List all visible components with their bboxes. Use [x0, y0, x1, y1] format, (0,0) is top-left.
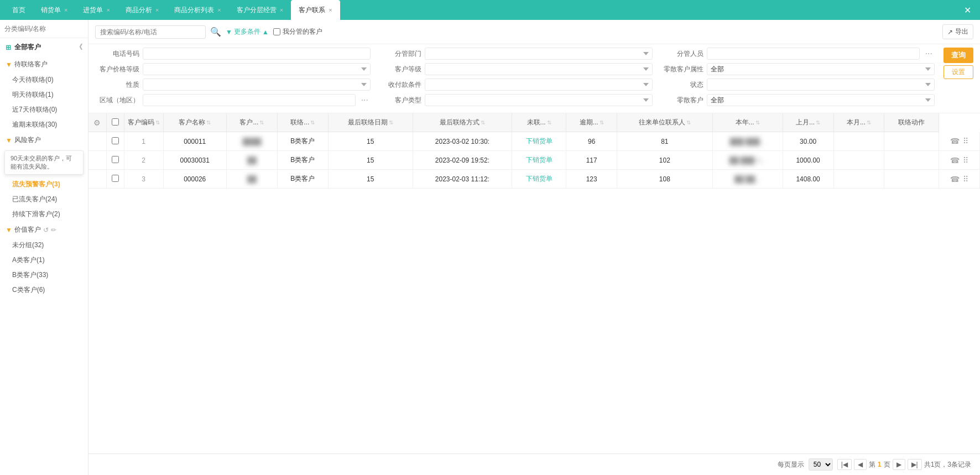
sidebar-item-class-a[interactable]: A类客户(1) [0, 253, 88, 268]
customer-type-select[interactable] [425, 94, 653, 106]
filter-icon: ▼ [226, 28, 232, 36]
action-more-icon[interactable]: ⠿ [963, 175, 968, 184]
my-customers-checkbox-label[interactable]: 我分管的客户 [273, 27, 322, 36]
tab-customer-tier[interactable]: 客户分层经营 × [229, 0, 291, 20]
sidebar-item-7days[interactable]: 近7天待联络(0) [0, 102, 88, 117]
payment-select[interactable] [425, 79, 653, 91]
sidebar-item-class-b[interactable]: B类客户(33) [0, 268, 88, 283]
tab-sales-close[interactable]: × [64, 7, 67, 13]
my-customers-checkbox[interactable] [273, 28, 280, 35]
sidebar-item-ungrouped[interactable]: 未分组(32) [0, 238, 88, 253]
sidebar-group-risk-title[interactable]: ▼ 风险客户 [0, 132, 88, 148]
export-icon: ↗ [947, 28, 953, 36]
sidebar-group-value-title[interactable]: ▼ 价值客户 ↺ ✏ [0, 222, 88, 238]
sidebar-all-customers[interactable]: ⊞ 全部客户 《 [0, 38, 88, 56]
per-page-select[interactable]: 50 [809, 458, 833, 471]
first-page-button[interactable]: |◀ [837, 459, 852, 470]
th-yearly[interactable]: 本年...⇅ [712, 113, 783, 132]
tab-customer-contact-close[interactable]: × [329, 7, 332, 13]
action-more-icon[interactable]: ⠿ [963, 137, 968, 145]
th-last-date[interactable]: 最后联络日期⇅ [328, 113, 413, 132]
query-button[interactable]: 查询 [943, 48, 973, 63]
edit-icon[interactable]: ✏ [51, 226, 56, 234]
phone-label: 电话号码 [95, 49, 139, 59]
settings-button[interactable]: 设置 [943, 65, 973, 79]
action-more-icon[interactable]: ⠿ [963, 156, 968, 165]
action-contact-icon[interactable]: ☎ [950, 175, 960, 184]
region-more-icon[interactable]: ··· [359, 95, 371, 105]
row-checkbox-2[interactable] [106, 170, 124, 189]
table-footer: 每页显示 50 |◀ ◀ 第 1 页 ▶ ▶| 共1页，3条记录 [88, 453, 980, 475]
tab-analysis-close[interactable]: × [155, 7, 159, 13]
status-select[interactable] [707, 79, 935, 91]
th-uncontacted[interactable]: 未联...⇅ [512, 113, 566, 132]
prev-page-button[interactable]: ◀ [854, 459, 867, 470]
tab-customer-tier-close[interactable]: × [280, 7, 283, 13]
price-level-select[interactable] [143, 63, 371, 75]
more-conditions-button[interactable]: ▼ 更多条件 ▲ [226, 27, 269, 36]
th-person[interactable]: 往来单位联系人⇅ [617, 113, 712, 132]
th-settings[interactable]: ⚙ [88, 113, 106, 132]
th-contact[interactable]: 联络...⇅ [277, 113, 328, 132]
region-input[interactable] [143, 94, 356, 106]
action-contact-icon[interactable]: ☎ [950, 137, 960, 145]
sidebar-item-today[interactable]: 今天待联络(0) [0, 72, 88, 87]
th-this-month[interactable]: 本月...⇅ [833, 113, 884, 132]
th-last-month[interactable]: 上月...⇅ [783, 113, 833, 132]
sidebar-group-risk: ▼ 风险客户 90天未交易的客户，可能有流失风险。 流失预警客户(3) 已流失客… [0, 132, 88, 222]
window-close-button[interactable]: ✕ [960, 5, 976, 15]
th-overdue[interactable]: 逾期...⇅ [566, 113, 617, 132]
phone-input[interactable] [143, 48, 371, 60]
row-code-2: 000026 [163, 170, 226, 189]
sidebar-item-churn-warn[interactable]: 流失预警客户(3) [0, 177, 88, 192]
row-checkbox-0[interactable] [106, 132, 124, 151]
th-checkbox[interactable] [106, 113, 124, 132]
refresh-icon[interactable]: ↺ [43, 226, 49, 234]
tab-purchase[interactable]: 进货单 × [75, 0, 117, 20]
table-settings-icon[interactable]: ⚙ [93, 118, 101, 127]
row-actions-2: ☎ ⠿ [939, 170, 979, 189]
tab-home[interactable]: 首页 [4, 0, 33, 20]
row-last-method-0[interactable]: 下销货单 [512, 132, 566, 151]
tab-sales[interactable]: 销货单 × [33, 0, 75, 20]
tab-analysis-list-close[interactable]: × [217, 7, 221, 13]
row-overdue-1: 102 [617, 151, 712, 170]
payment-label: 收付款条件 [377, 80, 421, 90]
row-last-method-2[interactable]: 下销货单 [512, 170, 566, 189]
sidebar-item-overdue[interactable]: 逾期未联络(30) [0, 117, 88, 132]
customer-level-select[interactable] [425, 63, 653, 75]
row-checkbox-1[interactable] [106, 151, 124, 170]
next-page-button[interactable]: ▶ [893, 459, 905, 470]
row-last-method-1[interactable]: 下销货单 [512, 151, 566, 170]
retail-attr-select[interactable]: 全部 [707, 63, 935, 75]
sidebar-group-pending-title[interactable]: ▼ 待联络客户 [0, 56, 88, 72]
row-settings-1 [88, 151, 106, 170]
th-last-method[interactable]: 最后联络方式⇅ [413, 113, 512, 132]
filter-search-button[interactable]: 🔍 [210, 27, 221, 37]
export-button[interactable]: ↗ 导出 [942, 24, 973, 39]
sidebar-search-input[interactable] [4, 25, 87, 33]
tab-purchase-close[interactable]: × [106, 7, 110, 13]
person-more-icon[interactable]: ··· [923, 49, 935, 59]
customer-level-label: 客户等级 [377, 65, 421, 74]
th-name[interactable]: 客户名称⇅ [163, 113, 226, 132]
dept-select[interactable] [425, 48, 653, 60]
th-code[interactable]: 客户编码⇅ [124, 113, 163, 132]
sidebar-item-tomorrow[interactable]: 明天待联络(1) [0, 87, 88, 102]
sidebar-item-declining[interactable]: 持续下滑客户(2) [0, 207, 88, 222]
filter-search-input[interactable] [95, 25, 206, 39]
select-all-checkbox[interactable] [112, 118, 119, 126]
sidebar-item-churned[interactable]: 已流失客户(24) [0, 192, 88, 207]
page-total: 共1页，3条记录 [924, 460, 971, 469]
nature-select[interactable] [143, 79, 371, 91]
last-page-button[interactable]: ▶| [908, 459, 922, 470]
filter-cell-dept: 分管部门 [377, 48, 653, 60]
person-input[interactable] [707, 48, 920, 60]
tab-analysis-list[interactable]: 商品分析列表 × [166, 0, 228, 20]
action-contact-icon[interactable]: ☎ [950, 156, 960, 165]
retail-select[interactable]: 全部 [707, 94, 935, 106]
th-type[interactable]: 客户...⇅ [226, 113, 277, 132]
sidebar-item-class-c[interactable]: C类客户(6) [0, 283, 88, 297]
tab-analysis[interactable]: 商品分析 × [118, 0, 166, 20]
tab-customer-contact[interactable]: 客户联系 × [291, 0, 340, 20]
